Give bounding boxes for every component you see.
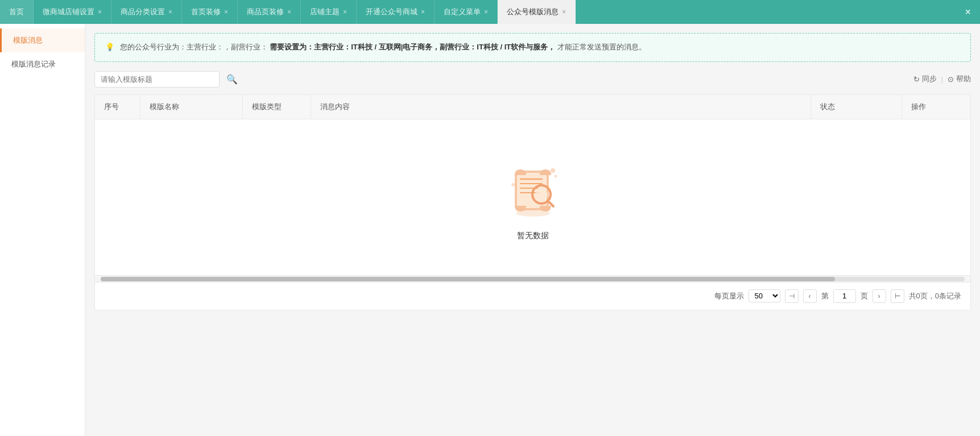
page-label: 第 [821, 291, 829, 301]
tab-menu-close[interactable]: × [484, 9, 488, 15]
page-size-label: 每页显示 [714, 291, 744, 301]
total-info: 共0页，0条记录 [909, 291, 961, 301]
col-type: 模版类型 [243, 95, 311, 119]
svg-point-12 [511, 183, 515, 186]
tab-mall-close[interactable]: × [421, 9, 425, 15]
search-icon: 🔍 [226, 74, 238, 84]
col-index: 序号 [95, 95, 140, 119]
tab-theme-close[interactable]: × [343, 9, 347, 15]
search-input[interactable] [94, 71, 220, 88]
empty-text: 暂无数据 [517, 231, 549, 241]
search-divider: | [941, 75, 943, 84]
table-header: 序号 模版名称 模版类型 消息内容 状态 操作 [95, 95, 970, 119]
scrollbar-thumb[interactable] [101, 277, 835, 281]
tab-menu-label: 自定义菜单 [444, 7, 481, 17]
help-label: 帮助 [956, 74, 971, 84]
tab-template-label: 公众号模版消息 [507, 7, 559, 17]
page-unit: 页 [861, 291, 868, 301]
tab-bar: 首页 微商城店铺设置 × 商品分类设置 × 首页装修 × 商品页装修 × 店铺主… [0, 0, 980, 24]
notice-prefix: 您的公众号行业为：主营行业：，副营行业： [120, 43, 268, 51]
tab-home-label: 首页 [9, 7, 24, 17]
tab-homepage-label: 首页装修 [191, 7, 221, 17]
tab-product-close[interactable]: × [287, 9, 291, 15]
notice-box: 💡 您的公众号行业为：主营行业：，副营行业： 需要设置为：主营行业：IT科技 /… [94, 33, 971, 62]
empty-illustration [499, 153, 567, 222]
col-content: 消息内容 [311, 95, 811, 119]
tab-theme[interactable]: 店铺主题 × [301, 0, 357, 24]
search-left: 🔍 [94, 71, 240, 88]
prev-page-button[interactable]: ‹ [803, 289, 817, 303]
svg-point-11 [554, 175, 557, 177]
page-input[interactable] [833, 289, 856, 303]
tab-category-label: 商品分类设置 [121, 7, 165, 17]
tab-mall[interactable]: 开通公众号商城 × [357, 0, 435, 24]
svg-point-8 [535, 188, 548, 201]
tab-template-close[interactable]: × [562, 9, 566, 15]
notice-suffix: 才能正常发送预置的消息。 [557, 43, 646, 51]
search-button[interactable]: 🔍 [224, 72, 240, 87]
sync-button[interactable]: ↻ 同步 [913, 74, 937, 84]
sync-label: 同步 [922, 74, 937, 84]
col-action: 操作 [902, 95, 970, 119]
tab-menu[interactable]: 自定义菜单 × [435, 0, 498, 24]
search-bar: 🔍 ↻ 同步 | ⊙ 帮助 [94, 71, 971, 88]
next-page-button[interactable]: › [873, 289, 886, 303]
tab-wshop-label: 微商城店铺设置 [43, 7, 94, 17]
help-icon: ⊙ [948, 75, 954, 84]
search-right: ↻ 同步 | ⊙ 帮助 [913, 74, 971, 84]
tab-wshop[interactable]: 微商城店铺设置 × [34, 0, 111, 24]
tab-category[interactable]: 商品分类设置 × [111, 0, 182, 24]
table-container: 序号 模版名称 模版类型 消息内容 状态 操作 [94, 94, 971, 310]
tab-mall-label: 开通公众号商城 [366, 7, 417, 17]
sidebar: 模版消息 模版消息记录 [0, 24, 85, 436]
sidebar-item-template-log-label: 模版消息记录 [11, 60, 56, 68]
tab-category-close[interactable]: × [168, 9, 172, 15]
col-status: 状态 [811, 95, 902, 119]
last-page-button[interactable]: ⊢ [891, 289, 904, 303]
col-name: 模版名称 [140, 95, 243, 119]
tab-product[interactable]: 商品页装修 × [238, 0, 301, 24]
pagination: 每页显示 50 10 20 100 ⊣ ‹ 第 页 › ⊢ 共0页，0条记录 [95, 282, 970, 310]
main-layout: 模版消息 模版消息记录 💡 您的公众号行业为：主营行业：，副营行业： 需要设置为… [0, 24, 980, 436]
tab-template[interactable]: 公众号模版消息 × [498, 0, 576, 24]
tab-wshop-close[interactable]: × [98, 9, 102, 15]
tab-homepage[interactable]: 首页装修 × [182, 0, 238, 24]
horizontal-scrollbar[interactable] [95, 275, 970, 282]
help-button[interactable]: ⊙ 帮助 [948, 74, 971, 84]
tab-theme-label: 店铺主题 [310, 7, 340, 17]
sync-icon: ↻ [913, 75, 920, 84]
scrollbar-track [101, 277, 965, 281]
notice-highlight: 需要设置为：主营行业：IT科技 / 互联网|电子商务，副营行业：IT科技 / I… [270, 43, 555, 51]
empty-state: 暂无数据 [95, 119, 970, 275]
tab-home[interactable]: 首页 [0, 0, 34, 24]
page-size-select[interactable]: 50 10 20 100 [749, 289, 780, 302]
sidebar-item-template-log[interactable]: 模版消息记录 [0, 52, 85, 76]
notice-icon: 💡 [105, 43, 114, 51]
tab-homepage-close[interactable]: × [224, 9, 228, 15]
sidebar-item-template-msg[interactable]: 模版消息 [0, 28, 85, 52]
tab-product-label: 商品页装修 [247, 7, 284, 17]
global-close-button[interactable]: × [956, 6, 980, 18]
content-area: 💡 您的公众号行业为：主营行业：，副营行业： 需要设置为：主营行业：IT科技 /… [85, 24, 980, 436]
first-page-button[interactable]: ⊣ [785, 289, 799, 303]
svg-point-10 [551, 168, 555, 173]
sidebar-item-template-msg-label: 模版消息 [13, 36, 43, 44]
